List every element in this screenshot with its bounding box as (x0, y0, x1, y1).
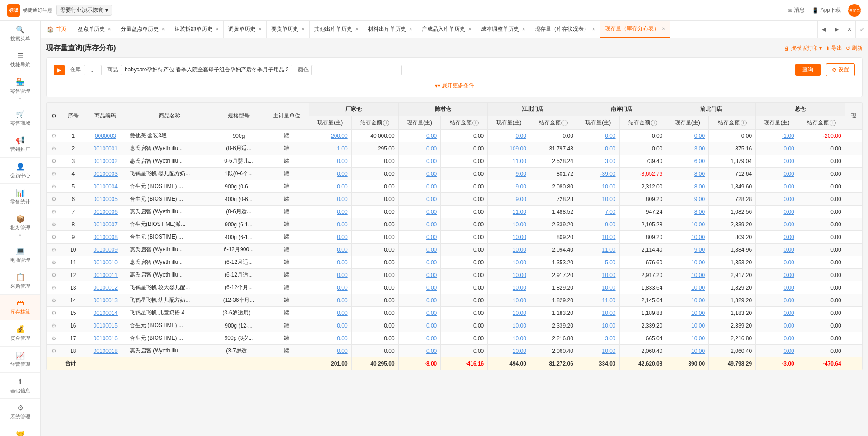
export-btn[interactable]: ⬆ 导出 (826, 44, 842, 52)
gear-cell[interactable]: ⚙ (47, 130, 61, 142)
tab-item-0[interactable]: 🏠首页 (41, 21, 73, 38)
na-amt-info[interactable]: i (651, 120, 657, 126)
gear-cell[interactable]: ⚙ (47, 345, 61, 357)
tab-item-10[interactable]: 现存量（库存状况表）✕ (530, 21, 600, 38)
sidebar-item-4[interactable]: 📢 营销推广 (0, 131, 40, 158)
print-btn[interactable]: 🖨 按模版打印 ▾ (784, 44, 822, 52)
gear-cell[interactable]: ⚙ (47, 193, 61, 206)
sidebar-item-9[interactable]: 📋 采购管理 (0, 268, 40, 295)
sidebar-item-7[interactable]: 📦 批发管理 ▲ (0, 210, 40, 242)
gear-cell[interactable]: ⚙ (47, 269, 61, 281)
tab-close-icon[interactable]: ✕ (108, 27, 111, 32)
sidebar-item-13[interactable]: ℹ 基础信息 (0, 373, 40, 399)
seq-cell: 2 (61, 142, 85, 155)
sidebar-item-12[interactable]: 📈 经营管理 (0, 347, 40, 373)
tab-item-6[interactable]: 其他出库单历史✕ (310, 21, 363, 38)
gear-cell[interactable]: ⚙ (47, 206, 61, 218)
cj-amt-cell: 0.00 (441, 193, 488, 206)
spec-cell: 900g (6-1... (213, 218, 264, 231)
gear-cell[interactable]: ⚙ (47, 319, 61, 332)
tab-item-8[interactable]: 产成品入库单历史✕ (417, 21, 476, 38)
sidebar-item-5[interactable]: 👤 会员中心 (0, 158, 40, 184)
warehouse-label: 仓库 (70, 66, 81, 74)
tab-item-2[interactable]: 分量盘点单历史✕ (116, 21, 170, 38)
sidebar-item-3[interactable]: 🛒 零售商城 (0, 105, 40, 131)
tab-expand-btn[interactable]: ⤢ (855, 21, 868, 38)
tab-next-btn[interactable]: ▶ (830, 21, 843, 38)
sidebar-item-14[interactable]: ⚙ 系统管理 (0, 399, 40, 425)
yb-amt-cell: 712.64 (709, 168, 756, 180)
sidebar-item-8[interactable]: 💻 电商管理 (0, 242, 40, 268)
gear-cell[interactable]: ⚙ (47, 244, 61, 256)
tab-close-icon[interactable]: ✕ (409, 27, 412, 32)
yb-amt-info[interactable]: i (741, 120, 747, 126)
cj-amt-info[interactable]: i (472, 120, 479, 126)
tab-close-icon[interactable]: ✕ (161, 27, 165, 32)
gear-cell[interactable]: ⚙ (47, 281, 61, 294)
sidebar-item-2[interactable]: 🏪 零售管理 ▲ (0, 73, 40, 105)
tab-close-icon[interactable]: ✕ (522, 27, 525, 32)
spec-cell: (6-12月适... (213, 269, 264, 281)
tot-amt-cell: 0.00 (798, 142, 845, 155)
f-qty-cell: 1.00 (309, 142, 352, 155)
cj-qty-cell: 0.00 (398, 294, 441, 307)
message-btn[interactable]: ✉ 消息 (788, 6, 805, 14)
code-cell: 00100009 (85, 244, 126, 256)
goods-input[interactable] (121, 65, 292, 75)
seq-cell: 9 (61, 231, 85, 244)
gear-cell[interactable]: ⚙ (47, 218, 61, 231)
store-selector[interactable]: 母婴行业演示陈套 ▾ (56, 5, 112, 16)
setting-btn[interactable]: ⚙ 设置 (826, 63, 855, 76)
color-input[interactable] (311, 65, 402, 75)
query-btn[interactable]: 查询 (795, 64, 821, 76)
gear-cell[interactable]: ⚙ (47, 180, 61, 193)
gear-cell[interactable]: ⚙ (47, 256, 61, 269)
gear-cell[interactable]: ⚙ (47, 332, 61, 345)
sidebar-item-1[interactable]: ☰ 快捷导航 (0, 47, 40, 73)
tot-amt-info[interactable]: i (830, 120, 836, 126)
yb-amt-cell: 1,849.60 (709, 180, 756, 193)
tab-item-5[interactable]: 要货单历史✕ (267, 21, 310, 38)
f-amt-info[interactable]: i (383, 120, 389, 126)
sidebar-item-10[interactable]: 🗃 库存核算 (0, 295, 40, 320)
tab-close-icon[interactable]: ✕ (662, 26, 665, 31)
app-download-btn[interactable]: 📱 App下载 (812, 6, 841, 14)
sidebar-item-11[interactable]: 💰 资金管理 (0, 320, 40, 347)
sidebar-item-0[interactable]: 🔍 搜索英单 (0, 21, 40, 47)
filter-collapse-btn[interactable]: ▶ (54, 65, 65, 75)
tab-close-icon[interactable]: ✕ (258, 27, 262, 32)
gear-cell[interactable]: ⚙ (47, 155, 61, 168)
gear-cell[interactable]: ⚙ (47, 307, 61, 319)
tab-close-icon[interactable]: ✕ (355, 27, 359, 32)
sidebar-item-15[interactable]: 🤝 企业协同 (0, 425, 40, 436)
tab-item-4[interactable]: 调拨单历史✕ (224, 21, 267, 38)
gear-cell[interactable]: ⚙ (47, 294, 61, 307)
tab-close-icon[interactable]: ✕ (468, 27, 472, 32)
tab-item-7[interactable]: 材料出库单历史✕ (363, 21, 417, 38)
phone-icon: 📱 (812, 7, 819, 14)
user-area[interactable]: demo2 (848, 4, 861, 17)
tab-close-all-btn[interactable]: ✕ (843, 21, 855, 38)
tab-close-icon[interactable]: ✕ (215, 27, 219, 32)
tot-qty-cell: 0.00 (756, 256, 798, 269)
tab-close-icon[interactable]: ✕ (301, 27, 305, 32)
gear-cell[interactable]: ⚙ (47, 142, 61, 155)
tab-prev-btn[interactable]: ◀ (817, 21, 830, 38)
tab-item-11[interactable]: 现存量（库存分布表）✕ (600, 21, 670, 38)
gear-cell[interactable]: ⚙ (47, 231, 61, 244)
refresh-btn[interactable]: ↺ 刷新 (846, 44, 863, 52)
tab-item-1[interactable]: 盘点单历史✕ (73, 21, 116, 38)
gear-cell[interactable]: ⚙ (47, 168, 61, 180)
tot-amt-cell: 0.00 (798, 218, 845, 231)
tab-item-9[interactable]: 成本调整单历史✕ (476, 21, 530, 38)
jb-amt-cell: 1,829.20 (530, 294, 577, 307)
main-content: 现存量查询(库存分布) 🖨 按模版打印 ▾ ⬆ 导出 ↺ 刷新 (41, 38, 868, 436)
sidebar-item-6[interactable]: 📊 零售统计 (0, 184, 40, 210)
jb-amt-cell: 2,080.80 (530, 180, 577, 193)
jb-amt-info[interactable]: i (561, 120, 568, 126)
tab-close-icon[interactable]: ✕ (592, 27, 595, 32)
expand-more-btn[interactable]: ▾▾ 展开更多条件 (431, 80, 478, 91)
tab-controls: ◀ ▶ ✕ ⤢ (817, 21, 868, 38)
warehouse-input[interactable] (84, 65, 102, 75)
tab-item-3[interactable]: 组装拆卸单历史✕ (170, 21, 224, 38)
